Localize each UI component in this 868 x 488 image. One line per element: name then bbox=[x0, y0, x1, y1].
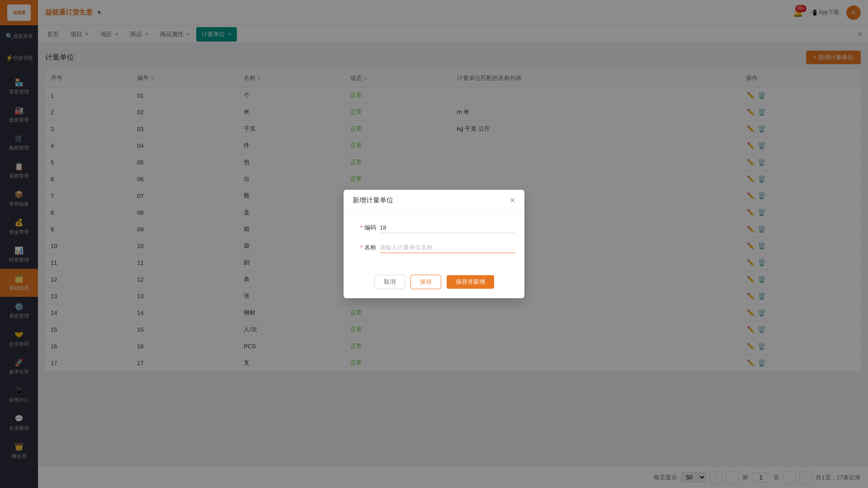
code-input[interactable] bbox=[380, 222, 515, 233]
modal-overlay[interactable]: 新增计量单位 ✕ *编码 *名称 取消 保存 保存并新增 bbox=[0, 0, 868, 488]
save-and-add-button[interactable]: 保存并新增 bbox=[447, 275, 494, 289]
dialog-body: *编码 *名称 bbox=[344, 211, 524, 269]
name-label: *名称 bbox=[353, 244, 380, 252]
dialog-title: 新增计量单位 bbox=[353, 196, 393, 205]
add-unit-dialog: 新增计量单位 ✕ *编码 *名称 取消 保存 保存并新增 bbox=[344, 190, 524, 298]
dialog-footer: 取消 保存 保存并新增 bbox=[344, 269, 524, 298]
dialog-header: 新增计量单位 ✕ bbox=[344, 190, 524, 211]
save-button[interactable]: 保存 bbox=[410, 275, 441, 289]
form-row-code: *编码 bbox=[353, 222, 515, 233]
code-label: *编码 bbox=[353, 224, 380, 232]
name-input[interactable] bbox=[380, 242, 515, 253]
form-row-name: *名称 bbox=[353, 242, 515, 253]
dialog-close-button[interactable]: ✕ bbox=[509, 196, 515, 205]
cancel-button[interactable]: 取消 bbox=[374, 275, 405, 289]
